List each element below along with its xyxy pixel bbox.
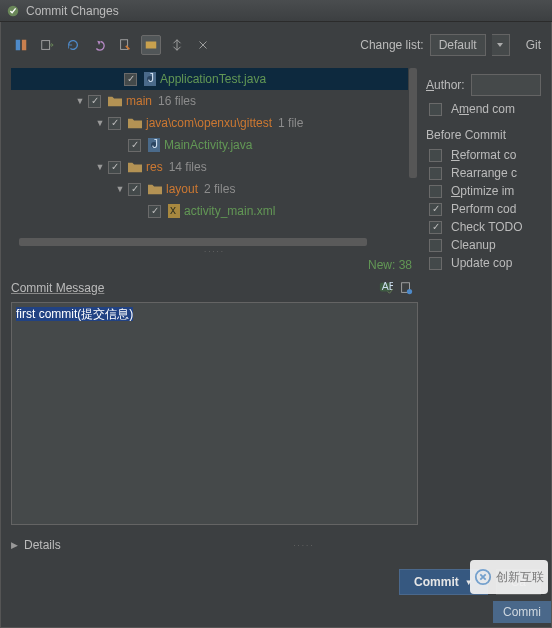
before-commit-label: Before Commit xyxy=(426,128,541,142)
app-icon xyxy=(6,4,20,18)
details-expand-icon[interactable]: ▶ xyxy=(11,540,18,550)
tree-scrollbar[interactable] xyxy=(408,68,418,246)
option-checkbox[interactable] xyxy=(429,203,442,216)
vcs-label: Git xyxy=(526,38,541,52)
titlebar: Commit Changes xyxy=(0,0,552,22)
expand-all-icon[interactable] xyxy=(167,35,187,55)
author-label: Author: xyxy=(426,78,465,92)
option-label: Reformat co xyxy=(451,148,516,162)
splitter-dots[interactable]: ····· xyxy=(293,541,314,550)
refresh-icon[interactable] xyxy=(63,35,83,55)
tree-row[interactable]: ▼java\com\openxu\gittest1 file xyxy=(11,112,418,134)
move-to-changelist-icon[interactable] xyxy=(37,35,57,55)
toolbar: Change list: Default Git xyxy=(11,30,541,60)
tree-row[interactable]: JApplicationTest.java xyxy=(11,68,418,90)
row-count: 1 file xyxy=(278,116,303,130)
option-checkbox[interactable] xyxy=(429,239,442,252)
svg-text:J: J xyxy=(152,138,158,151)
option-label: Check TODO xyxy=(451,220,523,234)
row-count: 14 files xyxy=(169,160,207,174)
show-diff-icon[interactable] xyxy=(11,35,31,55)
row-checkbox[interactable] xyxy=(128,183,141,196)
row-count: 2 files xyxy=(204,182,235,196)
svg-rect-3 xyxy=(42,41,50,50)
row-name: java\com\openxu\gittest xyxy=(146,116,272,130)
svg-point-17 xyxy=(407,289,412,294)
row-count: 16 files xyxy=(158,94,196,108)
option-checkbox[interactable] xyxy=(429,149,442,162)
svg-rect-2 xyxy=(22,40,26,51)
group-by-directory-icon[interactable] xyxy=(141,35,161,55)
right-panel: Author: Amend com Before Commit Reformat… xyxy=(426,68,541,525)
row-name: activity_main.xml xyxy=(184,204,275,218)
svg-text:J: J xyxy=(148,72,154,85)
tree-row[interactable]: JMainActivity.java xyxy=(11,134,418,156)
tree-row[interactable]: ▼res14 files xyxy=(11,156,418,178)
option-checkbox[interactable] xyxy=(429,167,442,180)
row-name: MainActivity.java xyxy=(164,138,252,152)
window-title: Commit Changes xyxy=(26,4,119,18)
changelist-label: Change list: xyxy=(360,38,423,52)
row-checkbox[interactable] xyxy=(128,139,141,152)
row-checkbox[interactable] xyxy=(108,161,121,174)
tree-row[interactable]: xactivity_main.xml xyxy=(11,200,418,222)
splitter-handle[interactable]: ····· xyxy=(11,246,418,256)
option-label: Perform cod xyxy=(451,202,516,216)
status-row: New: 38 xyxy=(11,256,418,276)
tree-row[interactable]: ▼layout2 files xyxy=(11,178,418,200)
row-checkbox[interactable] xyxy=(88,95,101,108)
history-icon[interactable] xyxy=(396,278,416,298)
changelist-combo[interactable]: Default xyxy=(430,34,486,56)
svg-text:ABC: ABC xyxy=(382,281,393,292)
option-label: Optimize im xyxy=(451,184,514,198)
collapse-all-icon[interactable] xyxy=(193,35,213,55)
edit-source-icon[interactable] xyxy=(115,35,135,55)
details-label[interactable]: Details xyxy=(24,538,61,552)
row-name: ApplicationTest.java xyxy=(160,72,266,86)
changelist-combo-arrow[interactable] xyxy=(492,34,510,56)
option-checkbox[interactable] xyxy=(429,257,442,270)
revert-icon[interactable] xyxy=(89,35,109,55)
option-label: Rearrange c xyxy=(451,166,517,180)
amend-checkbox[interactable] xyxy=(429,103,442,116)
svg-text:x: x xyxy=(170,204,176,217)
row-name: res xyxy=(146,160,163,174)
author-input[interactable] xyxy=(471,74,541,96)
row-name: main xyxy=(126,94,152,108)
new-files-count: New: 38 xyxy=(368,258,412,272)
svg-rect-5 xyxy=(146,42,157,49)
option-label: Update cop xyxy=(451,256,512,270)
svg-rect-1 xyxy=(16,40,20,51)
dialog-body: Change list: Default Git JApplicationTes… xyxy=(0,22,552,628)
commit-message-input[interactable]: first commit(提交信息) xyxy=(11,302,418,525)
changes-tree[interactable]: JApplicationTest.java▼main16 files▼java\… xyxy=(11,68,418,246)
tree-row[interactable]: ▼main16 files xyxy=(11,90,418,112)
row-name: layout xyxy=(166,182,198,196)
option-checkbox[interactable] xyxy=(429,185,442,198)
row-checkbox[interactable] xyxy=(148,205,161,218)
option-label: Cleanup xyxy=(451,238,496,252)
svg-rect-4 xyxy=(121,40,128,50)
commit-message-label: Commit Message xyxy=(11,281,104,295)
row-checkbox[interactable] xyxy=(124,73,137,86)
option-checkbox[interactable] xyxy=(429,221,442,234)
amend-label: Amend com xyxy=(451,102,515,116)
watermark-logo: 创新互联 xyxy=(470,560,548,594)
commit-secondary-button[interactable]: Commi xyxy=(493,601,551,623)
spellcheck-icon[interactable]: ABC xyxy=(376,278,396,298)
row-checkbox[interactable] xyxy=(108,117,121,130)
